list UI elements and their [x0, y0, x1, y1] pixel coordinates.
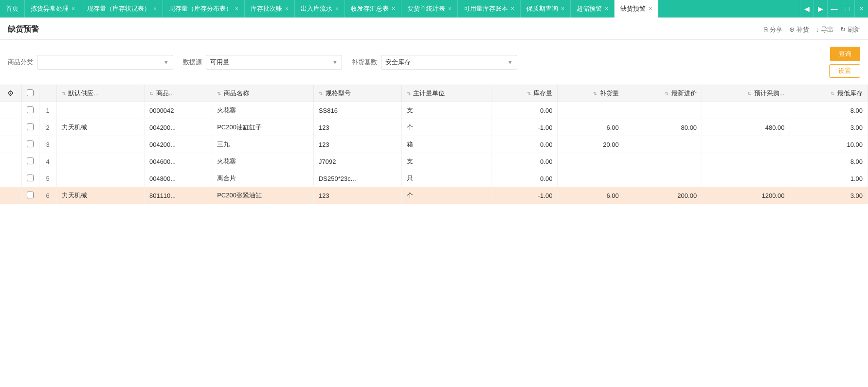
row-checkbox[interactable]: [27, 158, 34, 164]
row-product-code-cell: 004200...: [144, 119, 212, 136]
column-settings[interactable]: ⚙: [0, 85, 21, 102]
column-default-supplier[interactable]: ⇅ 默认供应...: [56, 85, 144, 102]
row-unit-cell: 支: [401, 153, 491, 170]
replenish-base-select[interactable]: 安全库存 ▼: [381, 55, 517, 70]
sort-icon-6: ⇅: [527, 91, 531, 96]
row-spec-cell: 123: [313, 119, 401, 136]
row-min-stock-cell: 3.00: [790, 119, 868, 136]
row-replenish-qty-cell: [558, 153, 624, 170]
row-checkbox-cell[interactable]: [21, 187, 39, 204]
row-min-stock-cell: 1.00: [790, 170, 868, 187]
row-replenish-qty-cell: 6.00: [558, 119, 624, 136]
tab-order-stats-close[interactable]: ×: [448, 5, 452, 12]
tab-inout-flow[interactable]: 出入库流水 ×: [295, 0, 345, 18]
sort-icon-8: ⇅: [665, 91, 669, 96]
tab-exception[interactable]: 拣货异常处理 ×: [25, 0, 81, 18]
row-checkbox-cell[interactable]: [21, 153, 39, 170]
column-min-stock[interactable]: ⇅ 最低库存: [790, 85, 868, 102]
row-unit-cell: 支: [401, 102, 491, 119]
row-checkbox-cell[interactable]: [21, 102, 39, 119]
tab-receipt-summary[interactable]: 收发存汇总表 ×: [345, 0, 401, 18]
tab-available-ledger-close[interactable]: ×: [511, 5, 514, 12]
row-unit-cell: 个: [401, 119, 491, 136]
tab-inventory-dist-close[interactable]: ×: [235, 5, 238, 12]
refresh-action[interactable]: ↻ 刷新: [840, 25, 860, 34]
row-stock-cell: -1.00: [491, 119, 558, 136]
tab-home[interactable]: 首页: [0, 0, 25, 18]
column-unit[interactable]: ⇅ 主计量单位: [401, 85, 491, 102]
row-replenish-qty-cell: [558, 102, 624, 119]
replenish-base-value: 安全库存: [385, 58, 411, 67]
row-stock-cell: 0.00: [491, 136, 558, 153]
share-action[interactable]: ⎘ 分享: [764, 25, 782, 34]
row-product-name-cell: 火花塞: [212, 153, 314, 170]
tab-expiry-query[interactable]: 保质期查询 ×: [521, 0, 571, 18]
tab-overstock[interactable]: 超储预警 ×: [571, 0, 615, 18]
tab-expiry-query-label: 保质期查询: [526, 4, 558, 13]
row-supplier-cell: [56, 170, 144, 187]
row-product-code-cell: 004800...: [144, 170, 212, 187]
tab-shortage-close[interactable]: ×: [649, 5, 652, 12]
tab-next-button[interactable]: ▶: [814, 0, 827, 18]
row-checkbox[interactable]: [27, 123, 34, 130]
column-product-code[interactable]: ⇅ 商品...: [144, 85, 212, 102]
replenish-label: 补货: [796, 25, 809, 34]
tab-available-ledger[interactable]: 可用量库存账本 ×: [458, 0, 521, 18]
tab-expiry-query-close[interactable]: ×: [561, 5, 564, 12]
row-min-stock-cell: 8.00: [790, 102, 868, 119]
query-button[interactable]: 查询: [830, 47, 860, 61]
tab-order-stats[interactable]: 要货单统计表 ×: [401, 0, 458, 18]
row-checkbox[interactable]: [27, 175, 34, 181]
table-body: 1 0000042 火花塞 SS816 支 0.00 8.00 2 力天机械 0…: [0, 102, 868, 204]
row-checkbox[interactable]: [27, 106, 34, 113]
row-est-purchase-cell: 1200.00: [702, 187, 790, 204]
row-checkbox[interactable]: [27, 141, 34, 147]
tab-inventory-dist[interactable]: 现存量（库存分布表） ×: [163, 0, 245, 18]
column-stock[interactable]: ⇅ 库存量: [491, 85, 558, 102]
tab-exception-close[interactable]: ×: [72, 5, 75, 12]
tab-batch-account[interactable]: 库存批次账 ×: [245, 0, 295, 18]
select-all-checkbox[interactable]: [27, 89, 34, 96]
row-supplier-cell: 力天机械: [56, 119, 144, 136]
tab-nav-controls: ◀ ▶ — □ ×: [800, 0, 868, 18]
tab-overstock-close[interactable]: ×: [605, 5, 608, 12]
row-num-cell: 4: [39, 153, 56, 170]
replenish-action[interactable]: ⊕ 补货: [789, 25, 809, 34]
window-maximize-button[interactable]: □: [841, 0, 854, 18]
row-checkbox[interactable]: [27, 192, 34, 198]
tab-receipt-summary-close[interactable]: ×: [392, 5, 395, 12]
window-minimize-button[interactable]: —: [827, 0, 841, 18]
column-spec[interactable]: ⇅ 规格型号: [313, 85, 401, 102]
tab-prev-button[interactable]: ◀: [800, 0, 814, 18]
category-select[interactable]: ▼: [37, 55, 173, 70]
row-settings-cell: [0, 187, 21, 204]
column-est-purchase[interactable]: ⇅ 预计采购...: [702, 85, 790, 102]
row-checkbox-cell[interactable]: [21, 170, 39, 187]
settings-button[interactable]: 设置: [829, 64, 860, 78]
shortage-table: ⚙ ⇅ 默认供应... ⇅ 商品... ⇅: [0, 85, 868, 204]
tab-shortage[interactable]: 缺货预警 ×: [615, 0, 658, 18]
column-product-name[interactable]: ⇅ 商品名称: [212, 85, 314, 102]
column-latest-price[interactable]: ⇅ 最新进价: [624, 85, 702, 102]
column-product-code-label: 商品...: [156, 89, 174, 97]
row-checkbox-cell[interactable]: [21, 136, 39, 153]
export-action[interactable]: ↓ 导出: [816, 25, 834, 34]
tab-batch-account-close[interactable]: ×: [285, 5, 289, 12]
column-replenish-qty[interactable]: ⇅ 补货量: [558, 85, 624, 102]
column-latest-price-label: 最新进价: [671, 89, 697, 97]
tab-inventory-status-close[interactable]: ×: [153, 5, 157, 12]
row-supplier-cell: 力天机械: [56, 187, 144, 204]
gear-icon[interactable]: ⚙: [7, 89, 14, 97]
row-checkbox-cell[interactable]: [21, 119, 39, 136]
table-row: 4 004600... 火花塞 J7092 支 0.00 8.00: [0, 153, 868, 170]
tab-inout-flow-close[interactable]: ×: [335, 5, 339, 12]
row-est-purchase-cell: [702, 170, 790, 187]
row-latest-price-cell: 200.00: [624, 187, 702, 204]
tab-order-stats-label: 要货单统计表: [407, 4, 445, 13]
table-row: 3 004200... 三九 123 箱 0.00 20.00 10.00: [0, 136, 868, 153]
window-close-button[interactable]: ×: [854, 0, 868, 18]
row-num-cell: 1: [39, 102, 56, 119]
datasource-select[interactable]: 可用量 ▼: [206, 55, 342, 70]
row-min-stock-cell: 8.00: [790, 153, 868, 170]
tab-inventory-status[interactable]: 现存量（库存状况表） ×: [81, 0, 163, 18]
